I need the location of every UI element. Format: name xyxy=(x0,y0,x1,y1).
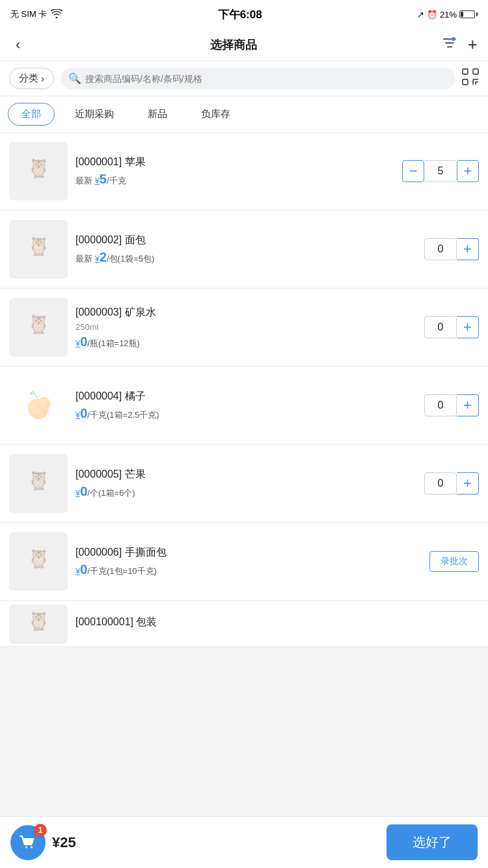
list-item: [0000004] 橘子 ¥0/千克(1箱=2.5千克) + xyxy=(0,367,488,444)
product-info-7: [000100001] 包装 xyxy=(75,616,479,632)
qty-control-6: 录批次 xyxy=(429,551,479,572)
qty-minus-1[interactable]: − xyxy=(402,160,424,182)
svg-text:🦉: 🦉 xyxy=(27,610,50,632)
product-info-2: [0000002] 面包 最新 ¥2/包(1袋=5包) xyxy=(75,234,416,265)
search-icon: 🔍 xyxy=(68,72,81,85)
location-icon: ↗ xyxy=(417,10,424,20)
wifi-icon xyxy=(51,9,62,20)
svg-point-21 xyxy=(39,400,43,402)
category-button[interactable]: 分类 › xyxy=(9,68,54,89)
product-image-5: 🦉 xyxy=(9,454,68,513)
price-value-5: 0 xyxy=(80,484,87,498)
qty-plus-1[interactable]: + xyxy=(457,160,479,182)
add-button[interactable]: + xyxy=(468,34,478,55)
cart-area: 1 ¥25 xyxy=(10,825,386,860)
price-value-6: 0 xyxy=(80,562,87,576)
status-time: 下午6:08 xyxy=(218,7,262,22)
product-name-3: [0000003] 矿泉水 xyxy=(75,306,416,319)
svg-point-16 xyxy=(31,404,37,408)
list-item: 🦉 [0000003] 矿泉水 250ml ¥0/瓶(1箱=12瓶) + xyxy=(0,289,488,366)
product-price-6: ¥0/千克(1包=10千克) xyxy=(75,562,422,577)
qty-control-1: − + xyxy=(402,160,479,182)
list-item: 🦉 [0000001] 苹果 最新 ¥5/千克 − + xyxy=(0,133,488,210)
svg-point-3 xyxy=(452,37,455,41)
product-spec-3: 250ml xyxy=(75,322,416,332)
product-name-7: [000100001] 包装 xyxy=(75,616,479,629)
product-price-4: ¥0/千克(1箱=2.5千克) xyxy=(75,406,416,421)
product-name-5: [0000005] 芒果 xyxy=(75,468,416,481)
product-name-6: [0000006] 手撕面包 xyxy=(75,546,422,560)
list-item-partial: 🦉 [000100001] 包装 xyxy=(0,601,488,647)
price-latest-label: 最新 xyxy=(75,176,95,185)
svg-rect-6 xyxy=(463,79,468,85)
qty-input-5[interactable] xyxy=(424,472,457,495)
list-item: 🦉 [0000006] 手撕面包 ¥0/千克(1包=10千克) 录批次 xyxy=(0,523,488,601)
price-value-2: 2 xyxy=(100,250,107,264)
category-chevron: › xyxy=(41,73,44,84)
svg-text:🦉: 🦉 xyxy=(27,314,50,335)
list-item: 🦉 [0000005] 芒果 ¥0/个(1箱=6个) + xyxy=(0,445,488,522)
confirm-button[interactable]: 选好了 xyxy=(386,824,478,860)
scan-barcode-button[interactable] xyxy=(462,68,479,89)
cart-total-price: ¥25 xyxy=(52,834,76,851)
status-right: ↗ ⏰ 21% xyxy=(417,10,478,20)
qty-input-2[interactable] xyxy=(424,238,457,260)
tab-negative[interactable]: 负库存 xyxy=(187,103,244,126)
qty-control-4: + xyxy=(424,394,479,416)
product-info-3: [0000003] 矿泉水 250ml ¥0/瓶(1箱=12瓶) xyxy=(75,306,416,349)
carrier-label: 无 SIM 卡 xyxy=(10,8,47,20)
list-item: 🦉 [0000002] 面包 最新 ¥2/包(1袋=5包) + xyxy=(0,211,488,288)
cart-badge: 1 xyxy=(34,824,47,837)
search-box: 🔍 xyxy=(61,68,455,89)
battery-label: 21% xyxy=(440,10,457,20)
product-info-1: [0000001] 苹果 最新 ¥5/千克 xyxy=(75,156,394,187)
qty-plus-2[interactable]: + xyxy=(457,238,479,260)
status-left: 无 SIM 卡 xyxy=(10,8,62,20)
svg-text:🦉: 🦉 xyxy=(27,236,50,257)
price-value-3: 0 xyxy=(80,334,87,349)
product-name-1: [0000001] 苹果 xyxy=(75,156,394,169)
category-label: 分类 xyxy=(19,72,38,85)
back-button[interactable]: ‹ xyxy=(10,31,25,59)
record-batch-button[interactable]: 录批次 xyxy=(429,551,479,572)
product-name-2: [0000002] 面包 xyxy=(75,234,416,247)
price-value-4: 0 xyxy=(80,406,87,420)
tab-recent[interactable]: 近期采购 xyxy=(61,103,128,126)
product-list: 🦉 [0000001] 苹果 最新 ¥5/千克 − + 🦉 [0000002] … xyxy=(0,133,488,647)
price-value-1: 5 xyxy=(100,172,107,186)
qty-input-4[interactable] xyxy=(424,394,457,416)
product-info-6: [0000006] 手撕面包 ¥0/千克(1包=10千克) xyxy=(75,546,422,577)
status-bar: 无 SIM 卡 下午6:08 ↗ ⏰ 21% xyxy=(0,0,488,29)
svg-point-25 xyxy=(25,846,27,848)
product-name-4: [0000004] 橘子 xyxy=(75,390,416,403)
price-latest-label-2: 最新 xyxy=(75,254,95,264)
product-price-3: ¥0/瓶(1箱=12瓶) xyxy=(75,334,416,349)
tab-new[interactable]: 新品 xyxy=(134,103,181,126)
product-image-3: 🦉 xyxy=(9,298,68,357)
product-price-1: 最新 ¥5/千克 xyxy=(75,172,394,187)
qty-plus-3[interactable]: + xyxy=(457,316,479,338)
product-image-1: 🦉 xyxy=(9,142,68,200)
nav-bar: ‹ 选择商品 + xyxy=(0,29,488,61)
page-title: 选择商品 xyxy=(210,37,257,53)
product-price-5: ¥0/个(1箱=6个) xyxy=(75,484,416,499)
product-info-4: [0000004] 橘子 ¥0/千克(1箱=2.5千克) xyxy=(75,390,416,421)
cart-icon-button[interactable]: 1 xyxy=(10,825,46,860)
battery-icon xyxy=(459,10,478,18)
qty-plus-5[interactable]: + xyxy=(457,472,479,495)
qty-control-3: + xyxy=(424,316,479,338)
filter-bar: 分类 › 🔍 xyxy=(0,61,488,96)
svg-rect-5 xyxy=(473,69,478,74)
svg-text:🦉: 🦉 xyxy=(27,548,50,569)
svg-text:🦉: 🦉 xyxy=(27,470,50,491)
qty-input-1[interactable] xyxy=(424,160,457,182)
qty-plus-4[interactable]: + xyxy=(457,394,479,416)
qty-input-3[interactable] xyxy=(424,316,457,338)
qty-control-2: + xyxy=(424,238,479,260)
search-input[interactable] xyxy=(85,74,448,84)
product-price-2: 最新 ¥2/包(1袋=5包) xyxy=(75,250,416,265)
product-image-4 xyxy=(9,376,68,435)
tab-all[interactable]: 全部 xyxy=(8,103,55,126)
alarm-icon: ⏰ xyxy=(427,10,437,20)
filter-icon[interactable] xyxy=(442,36,457,54)
